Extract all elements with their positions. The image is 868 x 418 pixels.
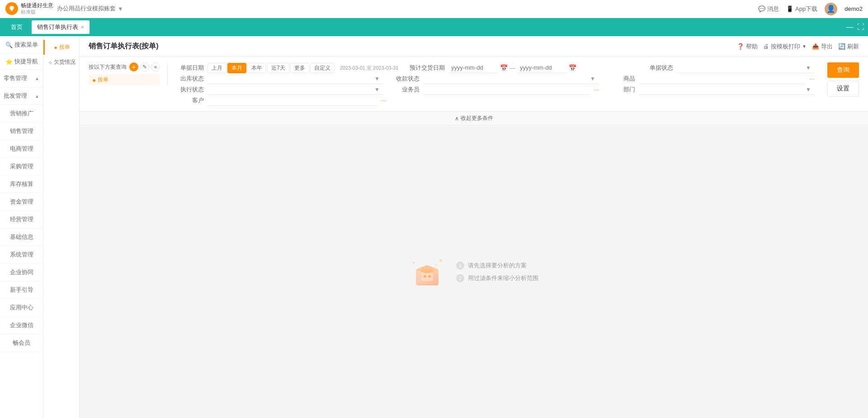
date-btn-custom[interactable]: 自定义 (310, 63, 335, 73)
salesperson-ellipsis-icon[interactable]: ··· (594, 86, 599, 93)
sidebar-item-basics[interactable]: 基础信息 (0, 228, 43, 246)
date-btn-last-month[interactable]: 上月 (208, 63, 226, 73)
delivery-status-select[interactable]: ▼ (208, 74, 383, 84)
date-btn-7days[interactable]: 近7天 (267, 63, 289, 73)
salesperson-label: 业务员 (391, 86, 420, 94)
empty-tip-1: 1 请先选择要分析的方案 (456, 261, 538, 270)
sidebar-item-marketing[interactable]: 营销推广 (0, 105, 43, 123)
tab-minimize-button[interactable]: — (846, 23, 854, 31)
expected-date-start-input[interactable] (448, 62, 498, 73)
sidebar-search[interactable]: 🔍 搜索菜单 (0, 36, 43, 54)
sidebar-item-operations[interactable]: 经营管理 (0, 211, 43, 228)
execution-status-dropdown-icon: ▼ (374, 86, 380, 93)
sidebar-item-system[interactable]: 系统管理 (0, 246, 43, 264)
goods-input[interactable] (639, 73, 806, 84)
svg-point-4 (413, 262, 415, 264)
help-label: 帮助 (746, 43, 758, 51)
sidebar-item-member-label: 畅会员 (13, 339, 30, 347)
empty-tip-2: 2 用过滤条件来缩小分析范围 (456, 274, 538, 282)
date-btn-more[interactable]: 更多 (290, 63, 309, 73)
tab-sales-order[interactable]: 销售订单执行表 × (32, 20, 90, 34)
sidebar-item-finance-label: 资金管理 (10, 198, 33, 206)
tip-num-2: 2 (456, 274, 464, 282)
tab-home[interactable]: 首页 (4, 20, 30, 34)
execution-status-select[interactable]: ▼ (208, 85, 383, 95)
help-button[interactable]: ❓ 帮助 (737, 43, 758, 51)
sidebar-item-member[interactable]: 畅会员 (0, 334, 43, 352)
empty-tips: 1 请先选择要分析的方案 2 用过滤条件来缩小分析范围 (456, 261, 538, 282)
payment-status-select[interactable]: ▼ (423, 74, 599, 84)
export-label: 导出 (821, 43, 833, 51)
sidebar-item-retail-label: 零售管理 (4, 74, 27, 82)
filter-panel: 按以下方案查询 + ✎ « ● 按单 (80, 57, 868, 112)
tab-close-icon[interactable]: × (81, 24, 84, 30)
sidebar-item-marketing-label: 营销推广 (10, 109, 33, 118)
sidebar-item-guide-label: 新手引导 (10, 286, 33, 294)
refresh-icon: 🔄 (838, 43, 845, 50)
sidebar-item-ecommerce[interactable]: 电商管理 (0, 140, 43, 158)
date-btn-group: 上月 本月 本年 近7天 更多 自定义 (208, 63, 335, 73)
svg-point-8 (424, 275, 426, 278)
svg-point-9 (428, 275, 431, 278)
content-area: 销售订单执行表(按单) ❓ 帮助 🖨 按模板打印 ▼ 📤 导出 🔄 刷新 (80, 36, 868, 418)
delivery-status-label: 出库状态 (175, 75, 204, 83)
sidebar: 🔍 搜索菜单 ⭐ 快捷导航 零售管理 ▲ 批发管理 ▲ 营销推广 销售管理 电商… (0, 36, 43, 418)
template-print-button[interactable]: 🖨 按模板打印 ▼ (763, 43, 807, 51)
sidebar-item-apps-label: 应用中心 (10, 304, 33, 312)
filter-scheme-title: 按以下方案查询 + ✎ « (89, 62, 160, 71)
app-download-button[interactable]: 📱 App下载 (786, 5, 817, 13)
sidebar-item-basics-label: 基础信息 (10, 233, 33, 241)
calendar-end-icon: 📅 (569, 64, 576, 71)
sidebar-item-inventory[interactable]: 库存核算 (0, 176, 43, 193)
refresh-label: 刷新 (847, 43, 859, 51)
date-btn-this-year[interactable]: 本年 (247, 63, 266, 73)
sidebar-item-finance[interactable]: 资金管理 (0, 193, 43, 211)
sidebar-item-wechat[interactable]: 企业微信 (0, 317, 43, 334)
payment-status-label: 收款状态 (391, 75, 420, 83)
logo-svg (8, 5, 15, 12)
customer-label: 客户 (175, 96, 204, 104)
sidebar-item-apps[interactable]: 应用中心 (0, 299, 43, 317)
salesperson-input[interactable] (423, 84, 590, 95)
customer-ellipsis-icon[interactable]: ··· (381, 97, 386, 104)
sidebar-item-guide[interactable]: 新手引导 (0, 281, 43, 299)
sidebar-quick-nav[interactable]: ⭐ 快捷导航 (0, 54, 43, 70)
scheme-add-button[interactable]: + (129, 62, 138, 71)
department-label: 部门 (606, 86, 635, 94)
top-bar-left: 畅捷通好生意 标准版 办公用品行业模拟账套 ▼ (5, 2, 123, 15)
goods-label: 商品 (606, 75, 635, 83)
sidebar-item-sales[interactable]: 销售管理 (0, 123, 43, 140)
date-separator: — (509, 65, 515, 71)
customer-input[interactable] (208, 95, 377, 106)
refresh-button[interactable]: 🔄 刷新 (838, 43, 859, 51)
department-select[interactable]: ▼ (639, 85, 815, 95)
sidebar-item-wholesale[interactable]: 批发管理 ▲ (0, 87, 43, 105)
tab-maximize-button[interactable]: ⛶ (857, 23, 864, 31)
breadcrumb[interactable]: 办公用品行业模拟账套 ▼ (57, 5, 123, 13)
collapse-bar[interactable]: ∧ 收起更多条件 (80, 112, 868, 125)
settings-button[interactable]: 设置 (827, 81, 859, 97)
bill-status-select[interactable]: ▼ (677, 63, 815, 73)
collapse-label: 收起更多条件 (461, 114, 493, 122)
top-bar-right: 💬 消息 📱 App下载 👤 demo2 (758, 3, 863, 15)
sidebar-item-retail[interactable]: 零售管理 ▲ (0, 70, 43, 87)
scheme-item[interactable]: ● 按单 (89, 74, 160, 86)
message-label: 消息 (767, 5, 779, 13)
scheme-edit-button[interactable]: ✎ (140, 62, 149, 71)
query-button[interactable]: 查询 (827, 62, 859, 78)
export-button[interactable]: 📤 导出 (812, 43, 833, 51)
scheme-actions: + ✎ « (129, 62, 160, 71)
sub-sidebar-item-backorder[interactable]: ○ 欠货情况 (43, 55, 79, 70)
date-btn-this-month[interactable]: 本月 (227, 63, 246, 73)
goods-ellipsis-icon[interactable]: ··· (809, 75, 815, 82)
expected-date-end-input[interactable] (517, 62, 567, 73)
by-order-icon: ● (54, 44, 57, 51)
app-download-label: App下载 (795, 5, 817, 13)
download-icon: 📱 (786, 5, 793, 12)
sub-sidebar-item-by-order[interactable]: ● 按单 (43, 40, 79, 55)
filter-row-1: 单据日期 上月 本月 本年 近7天 更多 自定义 2023-03-01 至 20… (175, 62, 815, 73)
scheme-collapse-button[interactable]: « (151, 62, 160, 71)
sidebar-item-cooperation[interactable]: 企业协同 (0, 264, 43, 281)
sidebar-item-purchase[interactable]: 采购管理 (0, 158, 43, 176)
message-button[interactable]: 💬 消息 (758, 5, 779, 13)
